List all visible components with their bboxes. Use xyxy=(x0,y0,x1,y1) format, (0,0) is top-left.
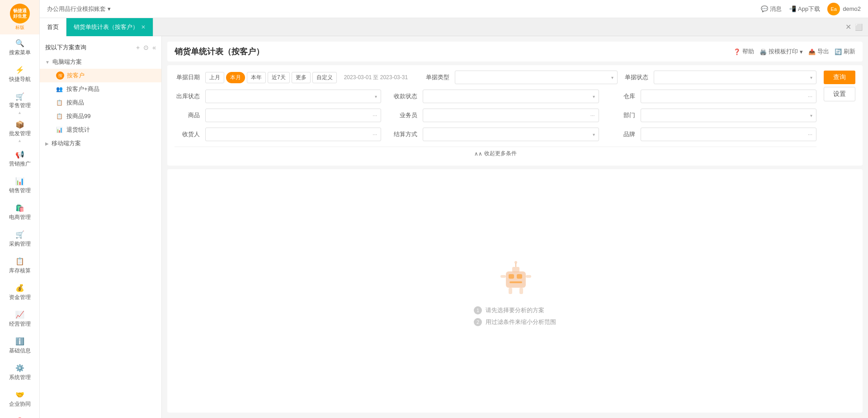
filter-fields: 单据日期 上月 本月 本年 近7天 更多 自定义 2023-03-01 至 20… xyxy=(175,71,816,160)
collapse-btn[interactable]: ∧∧ 收起更多条件 xyxy=(175,147,816,160)
maximize-icon[interactable]: ⬜ xyxy=(855,24,863,31)
goods-select[interactable]: ··· xyxy=(205,109,381,122)
basic-info-icon: ℹ️ xyxy=(15,337,24,346)
sidebar-item-ecommerce[interactable]: 🛍️ 电商管理 xyxy=(0,199,39,226)
wholesale-mgmt-icon: 📦 xyxy=(15,120,24,129)
user-name: demo2 xyxy=(843,5,861,12)
sidebar-item-operations[interactable]: 📈 经营管理 xyxy=(0,306,39,332)
sidebar-item-finance[interactable]: 💰 资金管理 xyxy=(0,279,39,306)
warehouse-label: 仓库 xyxy=(610,92,635,100)
collapse-panel-btn[interactable]: « xyxy=(152,44,156,51)
tab-sales-stat[interactable]: 销货单统计表（按客户） ✕ xyxy=(66,18,153,36)
tree-desktop-label: 电脑端方案 xyxy=(52,58,82,66)
svg-rect-9 xyxy=(509,288,512,294)
date-btn-current-year[interactable]: 本年 xyxy=(247,72,266,83)
brand-label: 品牌 xyxy=(610,130,635,138)
tab-home[interactable]: 首页 xyxy=(40,18,66,36)
brand-select[interactable]: ··· xyxy=(641,128,816,141)
svg-rect-2 xyxy=(517,274,522,279)
logo-area: 畅捷通好生意 标版 xyxy=(0,0,39,34)
by-customer-goods-icon: 👥 xyxy=(56,86,63,92)
empty-hint-2-text: 用过滤条件来缩小分析范围 xyxy=(486,318,556,326)
sidebar-item-retail-mgmt[interactable]: 🛒 零售管理 ▲ xyxy=(0,90,39,118)
user-profile-btn[interactable]: Ea demo2 xyxy=(827,3,861,15)
export-btn[interactable]: 📤 导出 xyxy=(808,48,829,56)
date-btn-current-month[interactable]: 本月 xyxy=(226,72,245,83)
date-btn-last-month[interactable]: 上月 xyxy=(205,72,224,83)
sidebar-item-sales-mgmt[interactable]: 📊 销售管理 xyxy=(0,172,39,199)
tree-mobile-group[interactable]: ▶ 移动端方案 xyxy=(40,137,161,150)
sidebar: 畅捷通好生意 标版 🔍 搜索菜单 ⚡ 快捷导航 🛒 零售管理 ▲ 📦 批发管理 … xyxy=(0,0,40,418)
receiver-dots[interactable]: ··· xyxy=(373,131,377,138)
hint-num-1: 1 xyxy=(474,306,482,314)
top-header: 办公用品行业模拟账套 ▾ 💬 消息 📲 App下载 Ea demo2 xyxy=(40,0,868,18)
settlement-select[interactable]: ▾ xyxy=(423,128,599,141)
svg-rect-3 xyxy=(509,281,522,283)
app-download-btn[interactable]: 📲 App下载 xyxy=(789,5,820,13)
industry-selector[interactable]: 办公用品行业模拟账套 ▾ xyxy=(47,5,111,13)
tree-item-by-goods-99[interactable]: 📋 按商品99 xyxy=(40,109,161,123)
empty-illustration xyxy=(492,258,538,299)
enterprise-icon: 🤝 xyxy=(15,390,24,399)
doc-type-select[interactable]: ▾ xyxy=(455,71,618,84)
staff-dots[interactable]: ··· xyxy=(590,112,595,119)
date-btn-custom[interactable]: 自定义 xyxy=(312,72,337,83)
dept-select[interactable]: ▾ xyxy=(641,109,816,122)
sidebar-label-enterprise: 企业协同 xyxy=(9,400,31,408)
wholesale-arrow-icon: ▲ xyxy=(18,138,22,143)
warehouse-dots[interactable]: ··· xyxy=(808,93,812,100)
sidebar-item-marketing[interactable]: 📢 营销推广 xyxy=(0,146,39,172)
inventory-icon: 📋 xyxy=(15,257,24,266)
settings-button[interactable]: 设置 xyxy=(824,87,855,101)
tree-desktop-group[interactable]: ▼ 电脑端方案 xyxy=(40,55,161,69)
payment-status-select[interactable]: ▾ xyxy=(423,90,599,103)
date-btn-more[interactable]: 更多 xyxy=(292,72,311,83)
sidebar-item-purchase[interactable]: 🛒 采购管理 xyxy=(0,226,39,252)
doc-status-select[interactable]: ▾ xyxy=(654,71,816,84)
goods-dots[interactable]: ··· xyxy=(373,112,377,119)
by-goods-label: 按商品 xyxy=(66,99,84,107)
date-buttons: 上月 本月 本年 近7天 更多 自定义 xyxy=(205,72,337,83)
sidebar-item-quick-nav[interactable]: ⚡ 快捷导航 xyxy=(0,61,39,88)
date-btn-last-7-days[interactable]: 近7天 xyxy=(268,72,290,83)
add-scheme-btn[interactable]: + xyxy=(136,44,140,51)
tree-item-by-goods[interactable]: 📋 按商品 xyxy=(40,96,161,109)
staff-select[interactable]: ··· xyxy=(423,109,599,122)
sidebar-item-search-menu[interactable]: 🔍 搜索菜单 xyxy=(0,34,39,61)
close-window-icon[interactable]: ✕ xyxy=(845,23,851,31)
tab-close-icon[interactable]: ✕ xyxy=(141,24,146,30)
query-button[interactable]: 查询 xyxy=(824,71,855,84)
brand-dots[interactable]: ··· xyxy=(808,131,812,138)
warehouse-select[interactable]: ··· xyxy=(641,90,816,103)
sidebar-label-search-menu: 搜索菜单 xyxy=(9,49,31,57)
payment-dropdown-icon: ▾ xyxy=(593,94,595,99)
template-print-btn[interactable]: 🖨️ 按模板打印 ▾ xyxy=(760,48,803,56)
filter-main: 单据日期 上月 本月 本年 近7天 更多 自定义 2023-03-01 至 20… xyxy=(175,71,855,160)
tree-item-by-customer[interactable]: 按 按客户 xyxy=(40,69,161,82)
doc-type-label: 单据类型 xyxy=(424,73,449,81)
sidebar-item-new-guide[interactable]: 🎯 新手引导 xyxy=(0,413,39,418)
message-btn[interactable]: 💬 消息 xyxy=(761,5,782,13)
empty-hint-2: 2 用过滤条件来缩小分析范围 xyxy=(474,318,556,326)
tree-item-by-customer-goods[interactable]: 👥 按客户+商品 xyxy=(40,82,161,96)
sidebar-item-inventory[interactable]: 📋 库存核算 xyxy=(0,252,39,279)
refresh-icon: 🔄 xyxy=(835,48,842,55)
sidebar-item-enterprise[interactable]: 🤝 企业协同 xyxy=(0,386,39,413)
tree-item-return-stat[interactable]: 📊 退货统计 xyxy=(40,123,161,137)
print-icon: 🖨️ xyxy=(760,48,767,55)
search-menu-icon: 🔍 xyxy=(15,39,24,48)
sidebar-label-system: 系统管理 xyxy=(9,374,31,381)
receiver-select[interactable]: ··· xyxy=(205,128,381,141)
sidebar-item-basic-info[interactable]: ℹ️ 基础信息 xyxy=(0,332,39,359)
help-btn[interactable]: ❓ 帮助 xyxy=(733,48,754,56)
settings-scheme-btn[interactable]: ⊙ xyxy=(143,44,149,51)
sidebar-label-finance: 资金管理 xyxy=(9,294,31,301)
sidebar-item-wholesale-mgmt[interactable]: 📦 批发管理 ▲ xyxy=(0,118,39,146)
filter-row-4: 收货人 ··· 结算方式 ▾ 品牌 xyxy=(175,128,816,141)
refresh-btn[interactable]: 🔄 刷新 xyxy=(835,48,855,56)
filter-row-3: 商品 ··· 业务员 ··· 部门 xyxy=(175,109,816,122)
empty-hint-1: 1 请先选择要分析的方案 xyxy=(474,306,556,314)
export-icon: 📤 xyxy=(808,48,816,55)
out-status-select[interactable]: ▾ xyxy=(205,90,381,103)
sidebar-item-system[interactable]: ⚙️ 系统管理 xyxy=(0,359,39,386)
